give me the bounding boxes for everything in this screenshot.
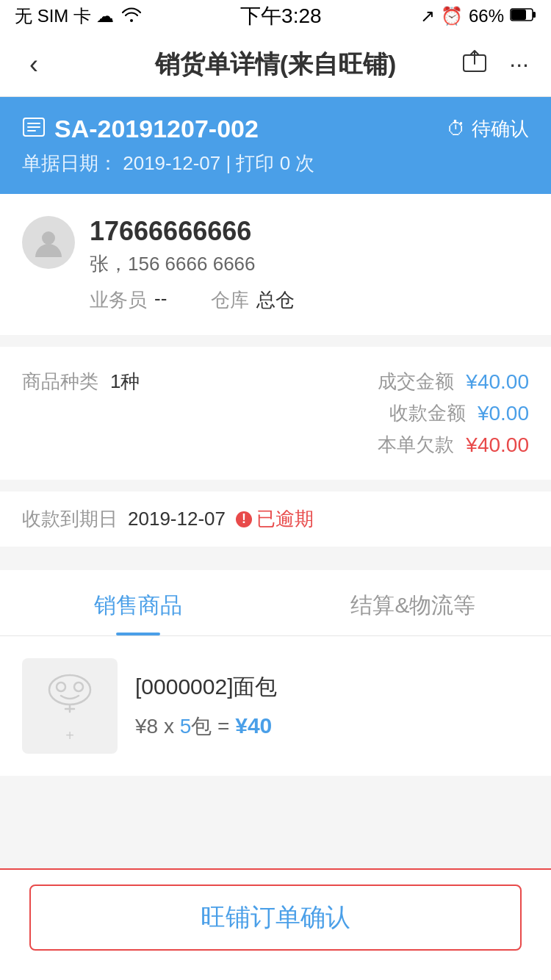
divider [0, 558, 551, 570]
warehouse-label: 仓库 [211, 287, 249, 313]
customer-name: 张，156 6666 6666 [90, 251, 529, 277]
product-thumbnail: + [22, 658, 118, 754]
order-status: ⏱ 待确认 [447, 116, 529, 142]
due-label: 收款到期日 [22, 506, 118, 532]
amount-value-2: ¥40.00 [466, 433, 529, 457]
warehouse-info: 仓库 总仓 [211, 287, 295, 313]
nav-actions: ··· [462, 49, 529, 80]
print-info: | 打印 0 次 [226, 152, 314, 174]
amount-row-2: 本单欠款 ¥40.00 [378, 432, 529, 458]
page-title: 销货单详情(来自旺铺) [155, 48, 397, 82]
status-text: 待确认 [472, 116, 529, 142]
nav-bar: ‹ 销货单详情(来自旺铺) ··· [0, 32, 551, 97]
summary-card: 商品种类 1种 成交金额 ¥40.00 收款金额 ¥0.00 本单欠款 ¥40.… [0, 347, 551, 480]
avatar [22, 216, 75, 269]
amount-label-1: 收款金额 [389, 400, 466, 426]
status-clock-icon: ⏱ [447, 118, 466, 140]
sales-info: 业务员 -- [90, 287, 167, 313]
amount-value-0: ¥40.00 [466, 370, 529, 394]
bottom-bar: 旺铺订单确认 [0, 868, 551, 980]
overdue-badge: ! 已逾期 [236, 506, 314, 532]
tabs: 销售商品 结算&物流等 [0, 570, 551, 636]
amount-row-0: 成交金额 ¥40.00 [378, 369, 529, 394]
price-text: ¥8 x [135, 715, 180, 738]
amount-label-2: 本单欠款 [378, 432, 454, 458]
share-icon[interactable] [462, 49, 487, 80]
svg-rect-1 [533, 12, 536, 18]
status-left: 无 SIM 卡 ☁ [15, 4, 142, 28]
svg-point-8 [74, 682, 83, 691]
amount-label-0: 成交金额 [378, 369, 454, 394]
customer-meta: 业务员 -- 仓库 总仓 [90, 287, 529, 313]
due-date: 2019-12-07 [128, 508, 226, 530]
warehouse-value: 总仓 [256, 287, 295, 313]
back-button[interactable]: ‹ [22, 42, 46, 87]
summary-right: 成交金额 ¥40.00 收款金额 ¥0.00 本单欠款 ¥40.00 [378, 369, 529, 458]
location-icon: ↗ [420, 6, 435, 26]
product-item: + [0000002]面包 ¥8 x 5包 = ¥40 [22, 658, 529, 754]
battery-level: 66% [469, 6, 504, 26]
amount-row-1: 收款金额 ¥0.00 [389, 400, 529, 426]
status-time: 下午3:28 [240, 2, 322, 30]
product-logo-subtitle: + [65, 727, 74, 744]
product-code: [0000002] [135, 674, 233, 699]
product-section: + [0000002]面包 ¥8 x 5包 = ¥40 [0, 636, 551, 776]
order-date-row: 单据日期： 2019-12-07 | 打印 0 次 [22, 151, 529, 176]
customer-info: 17666666666 张，156 6666 6666 业务员 -- 仓库 总仓 [90, 216, 529, 313]
product-price: ¥8 x 5包 = ¥40 [135, 713, 529, 741]
sales-label: 业务员 [90, 287, 147, 313]
product-type-row: 商品种类 1种 [22, 369, 140, 394]
amount-value-1: ¥0.00 [478, 402, 529, 425]
order-header: SA-20191207-002 ⏱ 待确认 单据日期： 2019-12-07 |… [0, 97, 551, 194]
summary-left: 商品种类 1种 [22, 369, 140, 394]
overdue-dot-icon: ! [236, 511, 252, 527]
product-type-value: 1种 [110, 369, 140, 394]
date-label: 单据日期： [22, 152, 118, 174]
tab-sales-product[interactable]: 销售商品 [0, 570, 276, 635]
customer-card: 17666666666 张，156 6666 6666 业务员 -- 仓库 总仓 [0, 194, 551, 335]
product-name: [0000002]面包 [135, 672, 529, 702]
due-date-section: 收款到期日 2019-12-07 ! 已逾期 [0, 491, 551, 547]
battery-icon [510, 6, 536, 26]
wifi-icon [121, 6, 142, 26]
sim-status: 无 SIM 卡 ☁ [15, 4, 114, 28]
product-details: [0000002]面包 ¥8 x 5包 = ¥40 [135, 672, 529, 741]
confirm-button[interactable]: 旺铺订单确认 [29, 884, 522, 951]
status-bar: 无 SIM 卡 ☁ 下午3:28 ↗ ⏰ 66% [0, 0, 551, 32]
svg-rect-2 [511, 10, 526, 20]
svg-point-6 [49, 675, 90, 705]
product-type-label: 商品种类 [22, 369, 98, 394]
overdue-text: 已逾期 [256, 506, 314, 532]
product-qty: 5 [180, 715, 192, 738]
status-right: ↗ ⏰ 66% [420, 6, 536, 26]
product-total: ¥40 [235, 713, 272, 738]
svg-point-7 [57, 682, 65, 691]
product-logo [40, 668, 99, 724]
order-id: SA-20191207-002 [22, 115, 259, 143]
tab-settlement[interactable]: 结算&物流等 [276, 570, 551, 635]
order-icon [22, 115, 46, 143]
sales-value: -- [154, 287, 167, 313]
order-date: 2019-12-07 [123, 152, 220, 174]
alarm-icon: ⏰ [441, 6, 463, 26]
more-icon[interactable]: ··· [509, 51, 529, 78]
svg-point-5 [42, 231, 55, 245]
customer-phone: 17666666666 [90, 216, 529, 247]
